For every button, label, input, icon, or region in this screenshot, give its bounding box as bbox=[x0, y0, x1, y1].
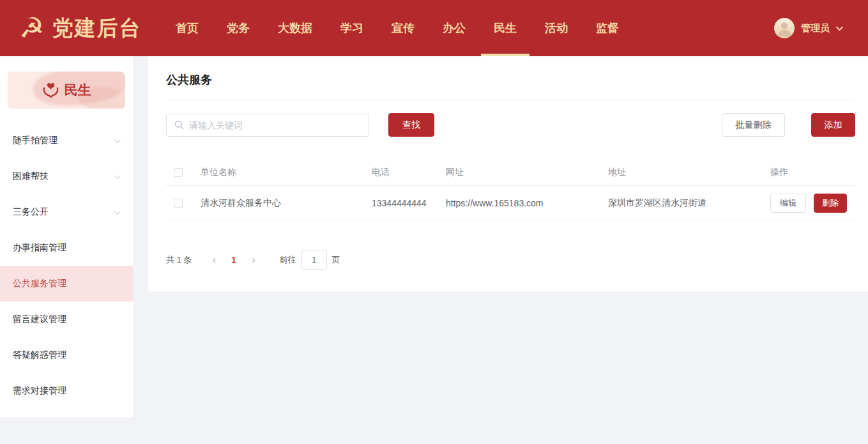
sidebar: 民生 随手拍管理 困难帮扶 三务公开 办事指南管理 公共服务管理 留言建议管理 … bbox=[0, 56, 133, 417]
hammer-sickle-icon: ☭ bbox=[19, 14, 44, 42]
title-divider bbox=[166, 100, 855, 100]
nav-item-party-affairs[interactable]: 党务 bbox=[214, 0, 263, 56]
pagination-total: 共 1 条 bbox=[166, 254, 192, 266]
sidebar-item-demand-docking-mgmt[interactable]: 需求对接管理 bbox=[0, 373, 133, 409]
add-button[interactable]: 添加 bbox=[811, 113, 855, 137]
sidebar-item-label: 困难帮扶 bbox=[13, 171, 49, 182]
batch-delete-button[interactable]: 批量删除 bbox=[722, 113, 785, 137]
nav-item-home[interactable]: 首页 bbox=[163, 0, 211, 56]
col-header-address: 地址 bbox=[608, 167, 770, 178]
toolbar: 查找 批量删除 添加 bbox=[166, 113, 855, 137]
goto-label: 前往 bbox=[280, 254, 296, 266]
goto-page-input[interactable] bbox=[301, 250, 327, 270]
sidebar-item-three-affairs[interactable]: 三务公开 bbox=[0, 194, 133, 230]
sidebar-item-message-suggestion-mgmt[interactable]: 留言建议管理 bbox=[0, 302, 133, 337]
heart-in-hands-icon bbox=[42, 82, 59, 98]
select-all-checkbox[interactable] bbox=[174, 168, 183, 177]
nav-item-office[interactable]: 办公 bbox=[430, 0, 478, 56]
nav-item-livelihood[interactable]: 民生 bbox=[481, 0, 529, 56]
col-header-url: 网址 bbox=[446, 167, 608, 178]
page-title: 公共服务 bbox=[166, 56, 855, 88]
table-header-row: 单位名称 电话 网址 地址 操作 bbox=[166, 160, 855, 186]
sidebar-menu: 随手拍管理 困难帮扶 三务公开 办事指南管理 公共服务管理 留言建议管理 答疑解… bbox=[0, 118, 133, 409]
chevron-down-icon bbox=[114, 137, 121, 143]
sidebar-banner-label: 民生 bbox=[65, 81, 91, 99]
row-checkbox[interactable] bbox=[174, 199, 183, 208]
sidebar-item-label: 三务公开 bbox=[13, 206, 49, 218]
pagination: 共 1 条 ‹ 1 › 前往 页 bbox=[166, 250, 855, 270]
nav-item-supervision[interactable]: 监督 bbox=[583, 0, 632, 56]
main-nav: 首页 党务 大数据 学习 宣传 办公 民生 活动 监督 bbox=[163, 0, 634, 56]
sidebar-item-public-service-mgmt[interactable]: 公共服务管理 bbox=[0, 266, 133, 302]
user-name: 管理员 bbox=[801, 22, 830, 34]
sidebar-item-hardship-assist[interactable]: 困难帮扶 bbox=[0, 158, 133, 194]
nav-item-study[interactable]: 学习 bbox=[328, 0, 376, 56]
prev-page-icon[interactable]: ‹ bbox=[204, 254, 224, 265]
top-header: ☭ 党建后台 首页 党务 大数据 学习 宣传 办公 民生 活动 监督 管理员 bbox=[0, 0, 868, 56]
cell-phone: 13344444444 bbox=[372, 198, 446, 208]
sidebar-item-snapshot-mgmt[interactable]: 随手拍管理 bbox=[0, 123, 133, 158]
cell-address: 深圳市罗湖区清水河街道 bbox=[608, 197, 770, 209]
next-page-icon[interactable]: › bbox=[244, 254, 263, 265]
search-box bbox=[166, 114, 369, 137]
chevron-down-icon bbox=[114, 172, 121, 179]
table-row: 清水河群众服务中心 13344444444 https://www.165183… bbox=[166, 186, 855, 220]
goto-suffix: 页 bbox=[332, 254, 340, 266]
sidebar-item-label: 公共服务管理 bbox=[13, 278, 66, 289]
page-number-1[interactable]: 1 bbox=[224, 255, 244, 265]
sidebar-item-label: 答疑解惑管理 bbox=[13, 349, 66, 361]
brand-logo: ☭ 党建后台 bbox=[0, 14, 150, 43]
edit-button[interactable]: 编辑 bbox=[770, 194, 806, 213]
delete-button[interactable]: 删除 bbox=[814, 194, 847, 213]
sidebar-item-label: 需求对接管理 bbox=[13, 385, 66, 397]
nav-item-activity[interactable]: 活动 bbox=[532, 0, 581, 56]
user-icon bbox=[774, 18, 795, 38]
sidebar-item-guide-mgmt[interactable]: 办事指南管理 bbox=[0, 230, 133, 266]
user-menu[interactable]: 管理员 bbox=[774, 18, 868, 38]
sidebar-banner: 民生 bbox=[8, 72, 125, 109]
chevron-down-icon bbox=[836, 24, 843, 31]
col-header-ops: 操作 bbox=[770, 167, 855, 178]
brand-title: 党建后台 bbox=[52, 14, 141, 43]
nav-item-publicity[interactable]: 宣传 bbox=[379, 0, 427, 56]
find-button[interactable]: 查找 bbox=[388, 113, 434, 137]
cell-url: https://www.165183.com bbox=[446, 198, 608, 208]
nav-item-big-data[interactable]: 大数据 bbox=[265, 0, 325, 56]
col-header-name: 单位名称 bbox=[201, 167, 372, 178]
col-header-phone: 电话 bbox=[372, 167, 446, 178]
chevron-down-icon bbox=[114, 208, 121, 215]
cell-name: 清水河群众服务中心 bbox=[201, 197, 372, 209]
search-input[interactable] bbox=[189, 120, 361, 130]
search-icon bbox=[174, 120, 184, 130]
services-table: 单位名称 电话 网址 地址 操作 清水河群众服务中心 13344444444 h… bbox=[166, 160, 855, 220]
sidebar-item-label: 办事指南管理 bbox=[13, 242, 66, 254]
sidebar-item-qa-mgmt[interactable]: 答疑解惑管理 bbox=[0, 337, 133, 373]
avatar bbox=[774, 18, 795, 38]
sidebar-item-label: 留言建议管理 bbox=[13, 314, 66, 325]
main-panel: 公共服务 查找 批量删除 添加 单位名称 电话 网址 地址 操作 清水河群众服务… bbox=[148, 56, 868, 291]
sidebar-item-label: 随手拍管理 bbox=[13, 135, 57, 146]
